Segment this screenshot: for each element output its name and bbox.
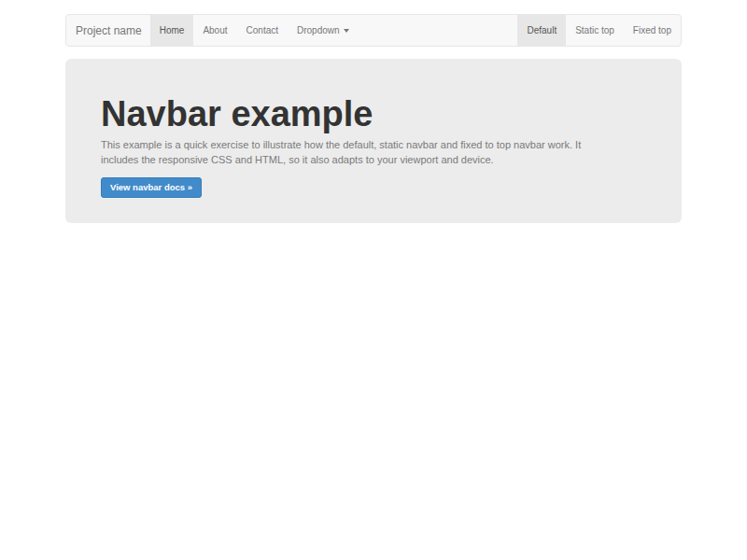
navbar-brand[interactable]: Project name bbox=[66, 15, 150, 46]
description-line-1: This example is a quick exercise to illu… bbox=[101, 139, 581, 150]
nav-item-contact[interactable]: Contact bbox=[237, 15, 288, 46]
nav-item-static-top[interactable]: Static top bbox=[566, 15, 624, 46]
nav-item-fixed-top[interactable]: Fixed top bbox=[624, 15, 681, 46]
nav-item-about[interactable]: About bbox=[193, 15, 236, 46]
navbar-left-nav: Home About Contact Dropdown bbox=[150, 15, 359, 46]
description-line-2: includes the responsive CSS and HTML, so… bbox=[101, 154, 494, 165]
nav-item-label: Home bbox=[160, 25, 185, 35]
page-container: Project name Home About Contact Dropdown… bbox=[65, 14, 682, 223]
nav-item-label: Default bbox=[527, 25, 557, 35]
navbar: Project name Home About Contact Dropdown… bbox=[65, 14, 682, 47]
nav-item-label: Fixed top bbox=[633, 25, 671, 35]
jumbotron: Navbar example This example is a quick e… bbox=[65, 59, 682, 223]
nav-item-label: Dropdown bbox=[297, 25, 340, 35]
nav-item-dropdown[interactable]: Dropdown bbox=[288, 15, 359, 46]
view-navbar-docs-button[interactable]: View navbar docs » bbox=[101, 177, 202, 198]
navbar-right-nav: Default Static top Fixed top bbox=[517, 15, 681, 46]
nav-item-label: Contact bbox=[247, 25, 278, 35]
nav-item-label: Static top bbox=[575, 25, 614, 35]
nav-item-home[interactable]: Home bbox=[150, 15, 194, 46]
nav-item-label: About bbox=[203, 25, 227, 35]
nav-item-default[interactable]: Default bbox=[517, 15, 566, 46]
page-title: Navbar example bbox=[101, 96, 646, 132]
description-text: This example is a quick exercise to illu… bbox=[101, 137, 646, 167]
caret-down-icon bbox=[344, 29, 349, 33]
